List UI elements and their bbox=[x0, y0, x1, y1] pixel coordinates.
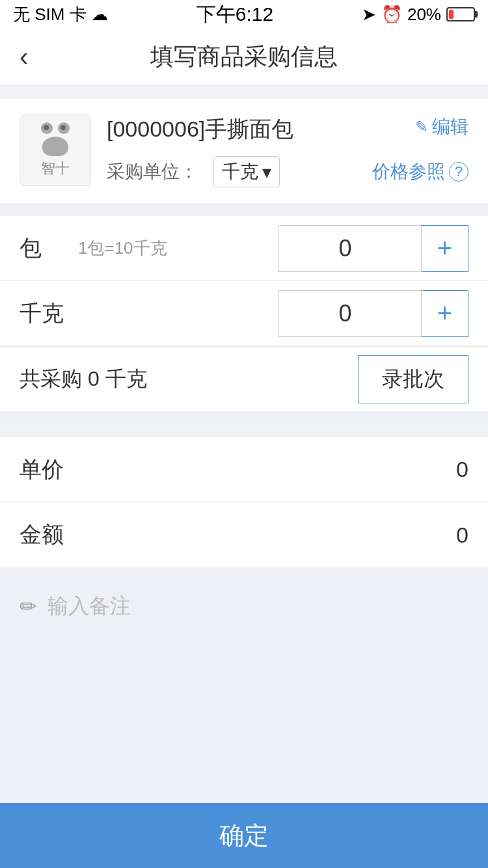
alarm-icon: ⏰ bbox=[381, 5, 402, 25]
edit-icon: ✎ bbox=[415, 118, 428, 136]
page-title: 填写商品采购信息 bbox=[150, 41, 338, 73]
kg-label: 千克 bbox=[20, 299, 72, 329]
unit-select[interactable]: 千克 ▾ bbox=[213, 156, 280, 187]
product-name: [0000006]手撕面包 bbox=[107, 115, 293, 144]
bag-plus-button[interactable]: + bbox=[422, 225, 468, 272]
section-divider-1 bbox=[0, 203, 488, 216]
kg-plus-button[interactable]: + bbox=[422, 290, 468, 337]
unit-label: 采购单位： bbox=[107, 159, 198, 184]
help-icon: ? bbox=[449, 162, 468, 182]
bag-input[interactable] bbox=[278, 225, 422, 272]
amount-label: 金额 bbox=[20, 520, 64, 550]
remark-placeholder: 输入备注 bbox=[47, 592, 131, 621]
section-divider-2 bbox=[0, 411, 488, 424]
kg-input[interactable] bbox=[278, 290, 422, 337]
total-row: 共采购 0 千克 录批次 bbox=[0, 346, 488, 411]
amount-value: 0 bbox=[456, 522, 468, 548]
kg-input-wrapper: + bbox=[278, 290, 468, 337]
amount-row: 金额 0 bbox=[0, 502, 488, 567]
location-icon: ➤ bbox=[362, 5, 376, 25]
pencil-icon: ✏ bbox=[20, 594, 37, 619]
record-batch-button[interactable]: 录批次 bbox=[358, 355, 468, 403]
price-section: 单价 0 金额 0 bbox=[0, 437, 488, 567]
confirm-button[interactable]: 确定 bbox=[0, 803, 488, 868]
status-left: 无 SIM 卡 ☁ bbox=[13, 3, 108, 26]
unit-price-value: 0 bbox=[456, 457, 468, 482]
product-card: 智十 [0000006]手撕面包 ✎ 编辑 采购单位： 千克 ▾ 价格参照 ? bbox=[0, 99, 488, 203]
price-ref-button[interactable]: 价格参照 ? bbox=[372, 159, 468, 184]
status-bar: 无 SIM 卡 ☁ 下午6:12 ➤ ⏰ 20% bbox=[0, 0, 488, 29]
bag-label: 包 bbox=[20, 234, 72, 264]
nav-bar: ‹ 填写商品采购信息 bbox=[0, 29, 488, 86]
bag-input-row: 包 1包=10千克 + bbox=[0, 216, 488, 281]
product-image: 智十 bbox=[20, 115, 91, 186]
remark-section[interactable]: ✏ 输入备注 bbox=[0, 567, 488, 645]
bag-sublabel: 1包=10千克 bbox=[78, 237, 278, 260]
status-right: ➤ ⏰ 20% bbox=[362, 5, 475, 25]
back-button[interactable]: ‹ bbox=[20, 42, 41, 72]
total-text: 共采购 0 千克 bbox=[20, 365, 147, 394]
status-time: 下午6:12 bbox=[197, 1, 273, 28]
product-logo: 智十 bbox=[41, 122, 70, 178]
edit-button[interactable]: ✎ 编辑 bbox=[415, 115, 468, 139]
unit-price-row: 单价 0 bbox=[0, 437, 488, 502]
input-section: 包 1包=10千克 + 千克 + bbox=[0, 216, 488, 346]
unit-price-label: 单价 bbox=[20, 455, 64, 485]
battery-icon bbox=[446, 7, 475, 21]
product-info: [0000006]手撕面包 ✎ 编辑 采购单位： 千克 ▾ 价格参照 ? bbox=[107, 115, 468, 187]
bag-input-wrapper: + bbox=[278, 225, 468, 272]
kg-input-row: 千克 + bbox=[0, 281, 488, 346]
battery-percent: 20% bbox=[407, 5, 441, 25]
